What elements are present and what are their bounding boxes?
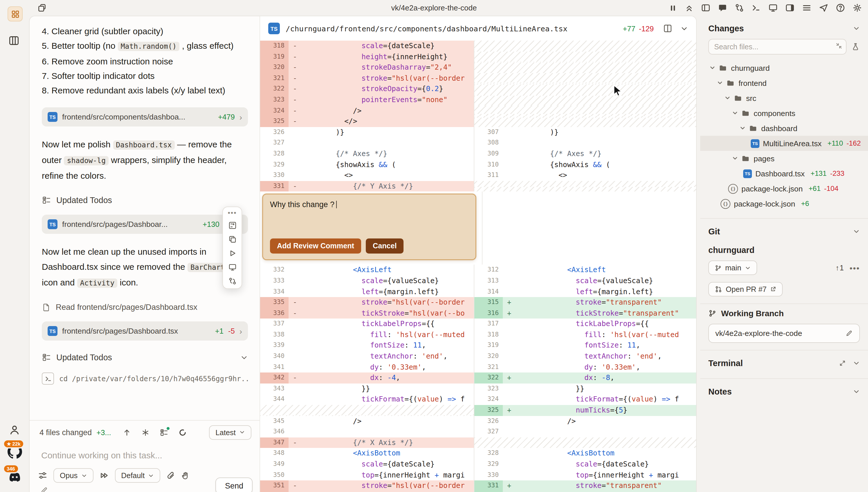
line-number[interactable]: 335 [260,297,288,308]
commits-ahead[interactable]: ↑1 [836,264,844,272]
split-view-icon[interactable] [663,24,672,33]
tree-item-package-lock-json[interactable]: {}package-lock.json+61-104 [700,181,868,196]
line-number[interactable]: 327 [260,138,288,149]
line-number[interactable]: 308 [474,138,503,149]
github-link[interactable]: ★22k [7,444,22,461]
mode-dropdown[interactable]: Default [115,468,160,483]
cancel-comment-button[interactable]: Cancel [366,239,404,254]
line-number[interactable]: 334 [260,286,288,297]
line-number[interactable]: 344 [260,394,288,405]
chevron-down-icon[interactable] [853,360,860,367]
line-number[interactable]: 333 [260,276,288,286]
fast-forward-icon[interactable] [99,470,109,481]
run-button[interactable] [228,249,237,257]
arrow-up-icon[interactable] [123,428,132,437]
line-number[interactable]: 311 [474,170,503,181]
copy-button[interactable] [228,235,237,244]
chevron-down-icon[interactable] [709,65,715,71]
line-number[interactable]: 312 [474,265,503,276]
line-number[interactable]: 322 [474,373,503,384]
sparkle-icon[interactable] [141,428,150,437]
file-change-chip[interactable]: TS frontend/src/pages/Dashboard.tsx +1 -… [42,321,248,341]
sliders-icon[interactable] [38,470,48,481]
line-number[interactable]: 320 [260,62,288,73]
tree-item-multilinearea-tsx[interactable]: TSMultiLineArea.tsx+110-162 [700,136,868,151]
tree-item-dashboard-tsx[interactable]: TSDashboard.tsx+131-233 [700,166,868,181]
line-number[interactable]: 314 [474,286,503,297]
line-number[interactable]: 340 [260,351,288,362]
panel-left-icon[interactable] [701,3,711,13]
chevron-down-icon[interactable] [732,110,738,116]
line-number[interactable]: 318 [474,329,503,340]
line-number[interactable]: 322 [260,84,288,95]
collapse-tree-icon[interactable] [836,42,842,49]
line-number[interactable]: 342 [260,373,288,384]
line-number[interactable]: 324 [260,105,288,116]
line-number[interactable]: 330 [260,170,288,181]
line-number[interactable]: 329 [474,459,503,470]
share-icon[interactable] [819,3,828,13]
line-number[interactable]: 331 [260,181,288,192]
line-number[interactable]: 321 [260,73,288,84]
paperclip-icon[interactable] [166,471,175,480]
panel-right-icon[interactable] [785,3,795,13]
line-number[interactable]: 326 [260,127,288,138]
line-number[interactable]: 347 [260,438,288,448]
collapse-all-icon[interactable] [684,3,694,13]
line-number[interactable]: 328 [474,448,503,459]
read-file-row[interactable]: Read frontend/src/pages/Dashboard.tsx [42,303,248,312]
line-number[interactable]: 330 [474,470,503,481]
help-icon[interactable] [836,3,845,13]
terminal-command-row[interactable]: cd /private/var/folders/10/h7w0q46556ggr… [42,372,248,385]
line-number[interactable]: 320 [474,351,503,362]
diff-button[interactable] [228,221,237,230]
chat-bubble-icon[interactable] [718,3,727,13]
file-change-chip[interactable]: TS frontend/src/components/dashboa... +4… [42,107,248,126]
line-number[interactable]: 307 [474,127,503,138]
tree-item-churnguard[interactable]: churnguard [700,60,868,75]
tree-item-pages[interactable]: pages [700,151,868,166]
menu-icon[interactable] [802,3,812,13]
line-number[interactable]: 351 [260,481,288,491]
open-pr-button[interactable]: Open PR #7 [708,282,783,296]
beaker-icon[interactable] [851,42,860,51]
terminal-section-header[interactable]: Terminal [708,355,860,371]
settings-gear-icon[interactable] [852,3,862,13]
active-workspace-button[interactable] [7,6,23,22]
hand-icon[interactable] [181,471,190,480]
line-number[interactable]: 325 [260,116,288,127]
updated-todos-row[interactable]: Updated Todos [42,196,248,205]
line-number[interactable]: 309 [474,149,503,159]
changes-section-header[interactable]: Changes [708,20,860,36]
working-branch-field[interactable]: vk/4e2a-explore-the-code [708,324,860,343]
chevron-down-icon[interactable] [717,80,723,86]
kanban-board-icon[interactable] [8,35,20,46]
pause-icon[interactable] [668,3,678,13]
workspaces-icon[interactable] [37,3,47,13]
display-icon[interactable] [768,3,778,13]
edit-pencil-icon[interactable] [845,329,853,337]
line-number[interactable]: 327 [474,426,503,437]
compare-button[interactable] [228,277,237,286]
line-number[interactable]: 313 [474,276,503,286]
latest-dropdown[interactable]: Latest [209,425,251,440]
line-number[interactable]: 319 [474,340,503,351]
line-number[interactable]: 343 [260,384,288,394]
more-options-button[interactable]: ••• [850,263,860,272]
line-number[interactable]: 323 [260,95,288,105]
pencil-icon[interactable] [40,486,48,492]
line-number[interactable]: 341 [260,362,288,372]
line-number[interactable]: 325 [474,405,503,416]
updated-todos-row[interactable]: Updated Todos [42,353,248,362]
line-number[interactable]: 326 [474,416,503,426]
discord-link[interactable]: 346 [7,469,22,486]
notes-section-header[interactable]: Notes [708,384,860,400]
preview-button[interactable] [228,263,237,272]
chevron-down-icon[interactable] [240,353,248,361]
line-number[interactable]: 316 [474,308,503,319]
tree-item-src[interactable]: src [700,91,868,105]
line-number[interactable]: 318 [260,41,288,51]
model-dropdown[interactable]: Opus [53,468,93,483]
chevron-down-icon[interactable] [680,25,688,32]
line-number[interactable]: 346 [260,426,288,437]
